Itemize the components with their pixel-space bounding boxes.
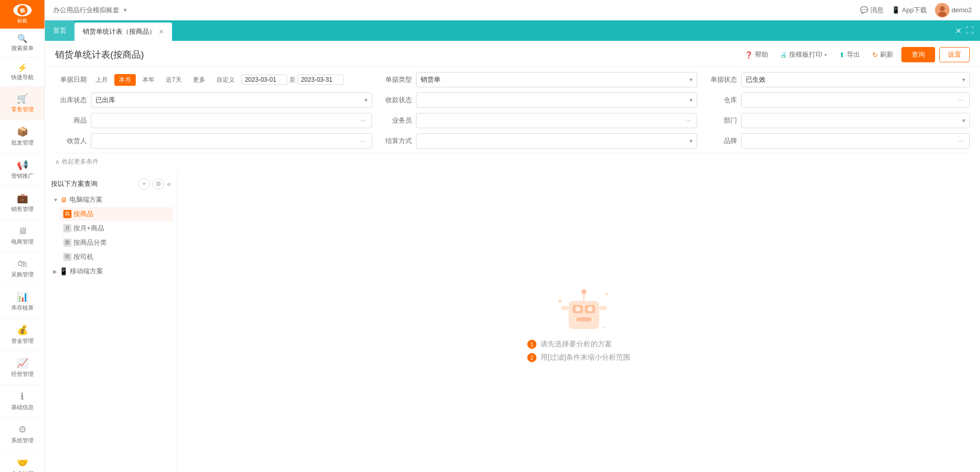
tree-mobile-section[interactable]: ▶ 📱 移动端方案 (49, 264, 173, 278)
date-start-input[interactable] (241, 75, 287, 85)
sidebar-item-purchase[interactable]: 🛍 采购管理 (0, 252, 44, 285)
brand-more[interactable]: ··· (956, 137, 965, 145)
doc-status-dropdown[interactable]: 已生效 ▾ (741, 72, 970, 87)
print-dropdown-icon[interactable]: ▾ (824, 52, 827, 58)
retail-icon: 🛒 (17, 93, 28, 104)
filter-date: 单据日期 上月 本月 本年 近7天 更多 自定义 至 (55, 74, 372, 86)
department-arrow: ▾ (962, 117, 965, 124)
message-icon: 💬 (860, 6, 868, 14)
query-button[interactable]: 查询 (901, 47, 935, 62)
doc-type-dropdown[interactable]: 销货单 ▾ (416, 72, 697, 87)
tree-children: 商 按商品 月 按月+商品 类 按商品分类 司 (49, 207, 173, 264)
search-nav-item[interactable]: 🔍 搜索菜单 (0, 29, 44, 58)
tree-by-goods-category[interactable]: 类 按商品分类 (59, 235, 173, 250)
quick-nav-item[interactable]: ⚡ 快捷导航 (0, 58, 44, 87)
settlement-dropdown[interactable]: ▾ (416, 133, 697, 149)
receiver-dropdown[interactable]: ··· (91, 133, 372, 149)
sidebar: 畅 标账 🔍 搜索菜单 ⚡ 快捷导航 🛒 零售管理 📦 批发管理 📢 营销推广 … (0, 0, 45, 472)
warehouse-status-dropdown[interactable]: 已出库 ▾ (91, 92, 372, 108)
empty-tip-2: 2 用[过滤]条件来缩小分析范围 (527, 353, 630, 362)
filter-doc-type: 单据类型 销货单 ▾ (372, 72, 697, 87)
help-icon: ❓ (745, 51, 753, 59)
tree-pc-section[interactable]: ▼ 🖥 电脑端方案 (49, 193, 173, 207)
sidebar-item-inventory[interactable]: 📊 库存核算 (0, 285, 44, 318)
panel-actions: + ⚙ « (138, 178, 171, 190)
salesman-dropdown[interactable]: ··· (416, 113, 697, 128)
receiver-more[interactable]: ··· (358, 137, 368, 145)
date-prev-month[interactable]: 上月 (91, 74, 112, 86)
warehouse-dropdown[interactable]: ··· (741, 92, 970, 108)
goods-more[interactable]: ··· (358, 117, 368, 124)
sidebar-item-operation-label: 经营管理 (11, 370, 34, 378)
tab-home[interactable]: 首页 (45, 20, 75, 41)
date-cur-year[interactable]: 本年 (138, 74, 159, 86)
svg-rect-14 (599, 306, 607, 310)
collapse-button[interactable]: ∧ 收起更多条件 (55, 157, 970, 166)
tree-by-month-goods[interactable]: 月 按月+商品 (59, 221, 173, 235)
sidebar-item-finance[interactable]: 💰 资金管理 (0, 318, 44, 351)
date-end-input[interactable] (298, 75, 344, 85)
sidebar-item-enterprise[interactable]: 🤝 企业协同 (0, 451, 44, 472)
by-salesman-icon: 司 (63, 253, 71, 261)
help-action[interactable]: ❓ 帮助 (741, 48, 772, 61)
panel-settings-button[interactable]: ⚙ (153, 178, 164, 190)
tree-by-salesman[interactable]: 司 按司机 (59, 250, 173, 264)
tab-close-icon[interactable]: ✕ (159, 28, 164, 35)
by-goods-icon: 商 (63, 210, 71, 218)
warehouse-more[interactable]: ··· (956, 97, 965, 104)
date-more[interactable]: 更多 (188, 74, 210, 86)
svg-point-8 (575, 306, 580, 312)
svg-rect-13 (561, 306, 569, 310)
settings-button[interactable]: 设置 (939, 47, 970, 62)
tab-maximize-icon[interactable]: ⛶ (966, 26, 974, 35)
print-icon: 🖨 (780, 51, 787, 59)
goods-dropdown[interactable]: ··· (91, 113, 372, 128)
panel-add-button[interactable]: + (138, 178, 150, 190)
app-title-chevron[interactable]: ▾ (124, 6, 127, 14)
sidebar-item-basic[interactable]: ℹ 基础信息 (0, 385, 44, 418)
date-custom[interactable]: 自定义 (212, 74, 239, 86)
sidebar-item-system[interactable]: ⚙ 系统管理 (0, 418, 44, 451)
tab-report[interactable]: 销货单统计表（按商品） ✕ (75, 22, 172, 41)
brand-dropdown[interactable]: ··· (741, 133, 970, 149)
panel-collapse-button[interactable]: « (167, 180, 171, 188)
sidebar-item-operation[interactable]: 📈 经营管理 (0, 351, 44, 385)
left-panel: 按以下方案查询 + ⚙ « ▼ 🖥 电脑端方案 商 (45, 170, 178, 472)
main-area: 办公用品行业模拟账套 ▾ 💬 消息 📱 App下载 demo2 首页 (45, 0, 980, 472)
user-action[interactable]: demo2 (935, 3, 972, 17)
message-action[interactable]: 💬 消息 (860, 6, 884, 15)
salesman-more[interactable]: ··· (683, 117, 693, 124)
sidebar-item-wholesale[interactable]: 📦 批发管理 (0, 120, 44, 153)
payment-status-dropdown[interactable]: ▾ (416, 92, 697, 108)
tree-pc-label: 电脑端方案 (69, 195, 103, 204)
app-download-action[interactable]: 📱 App下载 (892, 6, 927, 15)
export-action[interactable]: ⬆ 导出 (835, 48, 864, 61)
sidebar-item-ecommerce-label: 电商管理 (11, 238, 34, 246)
svg-text:✦: ✦ (602, 325, 605, 330)
sidebar-item-marketing[interactable]: 📢 营销推广 (0, 153, 44, 186)
date-label: 单据日期 (55, 75, 91, 84)
sidebar-item-purchase-label: 采购管理 (11, 271, 34, 278)
print-action[interactable]: 🖨 按模板打印 ▾ (776, 48, 831, 61)
tab-close-window-icon[interactable]: ✕ (955, 26, 962, 36)
date-7days[interactable]: 近7天 (161, 74, 186, 86)
tree-by-goods[interactable]: 商 按商品 (59, 207, 173, 221)
sidebar-item-sales[interactable]: 💼 销售管理 (0, 186, 44, 220)
sidebar-item-ecommerce[interactable]: 🖥 电商管理 (0, 220, 44, 252)
date-cur-month[interactable]: 本月 (114, 74, 136, 86)
tip-2-number: 2 (527, 353, 536, 362)
filter-salesman: 业务员 ··· (372, 113, 697, 128)
tip-1-number: 1 (527, 340, 536, 349)
svg-text:✦: ✦ (557, 298, 562, 305)
enterprise-icon: 🤝 (17, 457, 28, 468)
avatar (935, 3, 949, 17)
refresh-action[interactable]: ↻ 刷新 (868, 48, 897, 61)
export-label: 导出 (847, 50, 860, 59)
right-content: ✦ ✦ ✦ 1 请先选择要分析的方案 2 用[过滤]条件来缩小分析范围 (178, 170, 980, 472)
sidebar-item-basic-label: 基础信息 (11, 404, 34, 411)
sidebar-item-retail[interactable]: 🛒 零售管理 (0, 87, 44, 120)
settlement-arrow: ▾ (690, 137, 693, 145)
department-dropdown[interactable]: ▾ (741, 113, 970, 128)
filter-goods: 商品 ··· (55, 113, 372, 128)
svg-text:✦: ✦ (604, 291, 608, 297)
